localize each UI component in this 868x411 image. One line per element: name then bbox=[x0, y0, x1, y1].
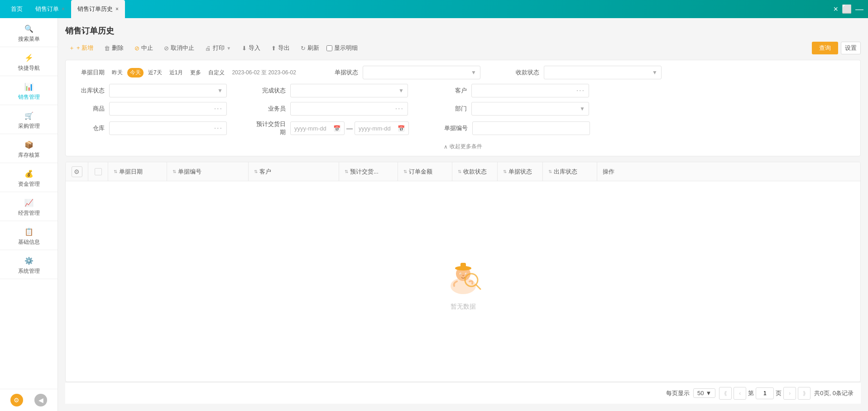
display-detail-checkbox[interactable] bbox=[326, 45, 332, 51]
sidebar-settings-btn[interactable]: ⚙ bbox=[10, 394, 23, 406]
prev-page-btn[interactable]: ‹ bbox=[734, 387, 746, 400]
table-settings-gear[interactable]: ⚙ bbox=[72, 166, 82, 177]
product-field[interactable]: ··· bbox=[109, 102, 227, 116]
svg-point-7 bbox=[465, 274, 466, 275]
cancel-stop-btn[interactable]: ⊘ 取消中止 bbox=[160, 42, 198, 54]
topbar-minimize-btn[interactable]: — bbox=[855, 5, 863, 14]
doc-date-field: 昨天 今天 近7天 近1月 更多 自定义 2023-06-02 至 2023-0… bbox=[109, 68, 299, 77]
empty-svg bbox=[441, 252, 486, 297]
th-customer-sort-icon[interactable]: ⇅ bbox=[254, 169, 258, 174]
last7-opt[interactable]: 近7天 bbox=[145, 68, 165, 77]
svg-rect-3 bbox=[460, 263, 466, 269]
sidebar-item-base-info[interactable]: 📋 基础信息 bbox=[0, 221, 58, 250]
customer-field[interactable]: ··· bbox=[471, 84, 589, 97]
per-page-select[interactable]: 50 ▼ bbox=[693, 388, 715, 398]
sidebar-item-ops-mgmt[interactable]: 📈 经营管理 bbox=[0, 192, 58, 221]
th-doc-status-sort-icon[interactable]: ⇅ bbox=[503, 169, 507, 174]
display-detail-checkbox-wrap[interactable]: 显示明细 bbox=[326, 44, 358, 52]
th-customer: ⇅ 客户 bbox=[249, 162, 339, 181]
salesperson-field[interactable]: ··· bbox=[290, 102, 408, 116]
sidebar-item-sales-mgmt[interactable]: 📊 销售管理 bbox=[0, 76, 58, 105]
empty-illustration bbox=[441, 252, 486, 297]
tab-sales-order-close[interactable]: × bbox=[62, 6, 65, 12]
tab-home[interactable]: 首页 bbox=[5, 0, 29, 18]
complete-status-select[interactable]: ▼ bbox=[290, 84, 408, 97]
top-bar: 首页 销售订单 × 销售订单历史 × × ⬜ — bbox=[0, 0, 868, 18]
dept-label: 部门 bbox=[435, 105, 471, 113]
sidebar-item-sys-mgmt[interactable]: ⚙️ 系统管理 bbox=[0, 250, 58, 279]
last1m-opt[interactable]: 近1月 bbox=[167, 68, 186, 77]
refresh-btn[interactable]: ↻ 刷新 bbox=[297, 42, 323, 54]
th-out-status-sort-icon[interactable]: ⇅ bbox=[548, 169, 552, 174]
complete-status-label: 完成状态 bbox=[254, 87, 290, 95]
current-page-input[interactable] bbox=[756, 387, 774, 399]
delivery-date-label: 预计交货日期 bbox=[254, 120, 290, 136]
sidebar-item-purchase-mgmt[interactable]: 🛒 采购管理 bbox=[0, 105, 58, 134]
next-page-btn[interactable]: › bbox=[783, 387, 796, 400]
delete-btn[interactable]: 🗑 删除 bbox=[101, 42, 127, 54]
sidebar-bottom: ⚙ ◀ bbox=[0, 389, 58, 411]
new-btn[interactable]: ＋ + 新增 bbox=[65, 42, 97, 54]
collapse-btn[interactable]: ∧ 收起更多条件 bbox=[73, 141, 853, 150]
settings-btn[interactable]: 设置 bbox=[841, 42, 861, 54]
filter-row-3: 商品 ··· 业务员 ··· 部门 ▼ bbox=[73, 102, 853, 116]
delivery-date-wrap: yyyy-mm-dd 📅 — yyyy-mm-dd 📅 bbox=[290, 121, 409, 135]
today-opt[interactable]: 今天 bbox=[127, 68, 144, 77]
doc-no-label: 单据编号 bbox=[436, 124, 472, 132]
sidebar-item-finance-mgmt[interactable]: 💰 资金管理 bbox=[0, 163, 58, 192]
sales-mgmt-icon: 📊 bbox=[24, 82, 34, 92]
doc-status-chevron-icon: ▼ bbox=[471, 69, 476, 76]
refresh-icon: ↻ bbox=[301, 45, 306, 52]
delivery-date-start[interactable]: yyyy-mm-dd 📅 bbox=[290, 121, 345, 135]
print-btn[interactable]: 🖨 打印 ▼ bbox=[201, 42, 235, 54]
stop-btn[interactable]: ⊘ 中止 bbox=[131, 42, 157, 54]
page-label: 页 bbox=[776, 389, 782, 397]
more-opt[interactable]: 更多 bbox=[187, 68, 204, 77]
warehouse-field[interactable]: ··· bbox=[109, 121, 227, 135]
table-wrap: ⚙ ⇅ 单据日期 ⇅ 单据编号 ⇅ 客户 ⇅ bbox=[65, 162, 861, 382]
warehouse-more-icon: ··· bbox=[214, 124, 223, 132]
custom-opt[interactable]: 自定义 bbox=[206, 68, 227, 77]
delivery-date-end[interactable]: yyyy-mm-dd 📅 bbox=[355, 121, 409, 135]
last-page-btn[interactable]: ⟫ bbox=[798, 387, 810, 400]
sidebar-item-quick-nav[interactable]: ⚡ 快捷导航 bbox=[0, 47, 58, 76]
page-title: 销售订单历史 bbox=[65, 25, 861, 36]
th-pay-status-sort-icon[interactable]: ⇅ bbox=[458, 169, 461, 174]
th-operation: 操作 bbox=[597, 162, 860, 181]
tab-sales-order-history[interactable]: 销售订单历史 × bbox=[71, 0, 125, 18]
sidebar-item-sys-mgmt-label: 系统管理 bbox=[18, 267, 40, 275]
th-doc-no-sort-icon[interactable]: ⇅ bbox=[173, 169, 176, 174]
out-status-select[interactable]: ▼ bbox=[109, 84, 227, 97]
sidebar-item-inventory-check[interactable]: 📦 库存核算 bbox=[0, 134, 58, 163]
th-delivery-sort-icon[interactable]: ⇅ bbox=[345, 169, 348, 174]
pay-status-label: 收款状态 bbox=[508, 68, 544, 77]
salesperson-more-icon: ··· bbox=[395, 105, 404, 113]
pay-status-select[interactable]: ▼ bbox=[544, 66, 662, 79]
dept-select[interactable]: ▼ bbox=[471, 102, 589, 116]
yesterday-opt[interactable]: 昨天 bbox=[109, 68, 125, 77]
print-icon: 🖨 bbox=[205, 45, 211, 52]
doc-no-field[interactable] bbox=[472, 121, 590, 135]
first-page-btn[interactable]: ⟪ bbox=[719, 387, 732, 400]
collapse-up-icon: ∧ bbox=[444, 144, 448, 150]
date-options: 昨天 今天 近7天 近1月 更多 自定义 bbox=[109, 68, 227, 77]
topbar-restore-btn[interactable]: ⬜ bbox=[842, 4, 852, 14]
th-out-status: ⇅ 出库状态 bbox=[543, 162, 597, 181]
tab-sales-order-history-close[interactable]: × bbox=[115, 6, 119, 12]
export-btn[interactable]: ⬆ 导出 bbox=[268, 42, 293, 54]
sidebar-item-search-menu-label: 搜索菜单 bbox=[18, 35, 40, 43]
topbar-right: × ⬜ — bbox=[833, 4, 863, 14]
sidebar-item-search-menu[interactable]: 🔍 搜索菜单 bbox=[0, 18, 58, 47]
import-btn[interactable]: ⬇ 导入 bbox=[238, 42, 264, 54]
sidebar-collapse-btn[interactable]: ◀ bbox=[34, 394, 47, 406]
th-doc-no: ⇅ 单据编号 bbox=[167, 162, 249, 181]
doc-status-select[interactable]: ▼ bbox=[363, 66, 480, 79]
topbar-close-btn[interactable]: × bbox=[833, 5, 838, 14]
th-doc-date-sort-icon[interactable]: ⇅ bbox=[114, 169, 117, 174]
table-select-all-checkbox[interactable] bbox=[95, 168, 102, 175]
th-doc-date: ⇅ 单据日期 bbox=[108, 162, 167, 181]
th-amount-sort-icon[interactable]: ⇅ bbox=[403, 169, 407, 174]
svg-point-8 bbox=[462, 275, 464, 276]
query-btn[interactable]: 查询 bbox=[812, 42, 838, 54]
tab-sales-order[interactable]: 销售订单 × bbox=[29, 0, 71, 18]
